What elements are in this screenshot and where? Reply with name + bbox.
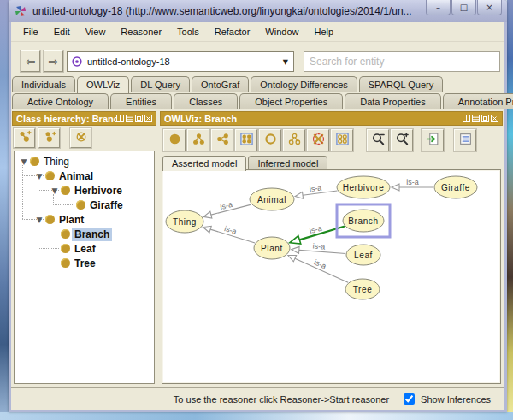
client-area: FileEditViewReasonerToolsRefactorWindowH…	[11, 22, 504, 410]
tab-object-properties[interactable]: Object Properties	[239, 93, 343, 109]
tree-label: Plant	[56, 213, 86, 227]
class-hierarchy-toolbar	[14, 128, 91, 149]
close-button[interactable]: ×	[477, 0, 502, 15]
options-button[interactable]	[454, 129, 476, 151]
maximize-button[interactable]: □	[451, 0, 476, 15]
ontology-icon	[71, 56, 83, 68]
hide-class-node-button[interactable]	[259, 129, 281, 151]
tree-row-thing[interactable]: ▼Thing	[15, 154, 154, 169]
tree-row-plant[interactable]: ▼Plant	[15, 212, 154, 227]
tab-classes[interactable]: Classes	[174, 93, 238, 109]
desktop: untitled-ontology-18 (http://www.semanti…	[0, 0, 513, 420]
tree-row-herbivore[interactable]: ▼Herbivore	[15, 183, 154, 198]
tab-asserted-model[interactable]: Asserted model	[162, 156, 246, 171]
tab-individuals[interactable]: Individuals	[12, 76, 75, 92]
tree-row-giraffe[interactable]: Giraffe	[15, 198, 154, 212]
tab-active-ontology[interactable]: Active Ontology	[12, 93, 109, 109]
float-icon[interactable]	[135, 115, 143, 122]
graph-node-animal[interactable]: Animal	[250, 188, 294, 210]
class-hierarchy-panel: Class hierarchy: Branch ▼Thing▼Animal▼He…	[12, 111, 156, 386]
menu-item-help[interactable]: Help	[306, 24, 341, 39]
add-subclass-icon	[18, 130, 32, 146]
menu-item-reasoner[interactable]: Reasoner	[113, 24, 169, 39]
menu-item-tools[interactable]: Tools	[169, 24, 207, 39]
show-subclasses-button[interactable]	[187, 129, 209, 151]
close-icon[interactable]	[491, 115, 498, 122]
tree-row-leaf[interactable]: Leaf	[15, 241, 154, 256]
tree-connector	[38, 234, 59, 234]
graph-edge-giraffe-herbivore: is-a	[392, 178, 433, 191]
minimize-button[interactable]: –	[426, 0, 451, 15]
tab-inferred-model[interactable]: Inferred model	[248, 156, 327, 170]
add-subclass-button[interactable]	[14, 128, 35, 148]
graph-node-thing[interactable]: Thing	[166, 210, 203, 233]
arrow-left-icon: ⇦	[26, 55, 36, 68]
export-graph-button[interactable]	[422, 129, 444, 151]
tab-dl-query[interactable]: DL Query	[131, 76, 190, 92]
split-vertically-icon[interactable]	[463, 115, 470, 122]
tree-connector	[38, 223, 38, 263]
class-node-button[interactable]	[163, 129, 186, 151]
is-a-arrowhead	[288, 256, 297, 262]
close-icon[interactable]	[144, 115, 152, 122]
tab-ontology-differences[interactable]: Ontology Differences	[251, 76, 357, 92]
tree-row-animal[interactable]: ▼Animal	[15, 169, 154, 183]
chevron-down-icon: ▼	[278, 58, 293, 66]
graph-node-giraffe[interactable]: Giraffe	[434, 176, 477, 198]
horizontal-split-icon[interactable]	[126, 115, 133, 122]
menu-item-refactor[interactable]: Refactor	[207, 24, 258, 39]
collapse-triangle-icon[interactable]: ▼	[33, 172, 45, 180]
menu-item-window[interactable]: Window	[257, 24, 306, 39]
tree-row-branch[interactable]: Branch	[15, 227, 154, 241]
workspace-tabs-row2: Active OntologyEntitiesClassesObject Pro…	[12, 92, 504, 109]
zoom-out-button[interactable]	[367, 129, 389, 151]
titlebar: untitled-ontology-18 (http://www.semanti…	[9, 0, 507, 22]
horizontal-split-icon[interactable]	[472, 115, 480, 122]
status-bar: To use the reasoner click Reasoner->Star…	[11, 387, 504, 410]
menu-item-file[interactable]: File	[15, 24, 46, 39]
is-a-arrowhead	[290, 236, 301, 245]
graph-node-branch[interactable]: Branch	[337, 204, 390, 237]
hide-all-classes-button[interactable]	[331, 129, 353, 151]
tree-label: Tree	[72, 257, 98, 270]
tab-annotation-properties[interactable]: Annotation Properties	[443, 93, 513, 109]
zoom-in-button[interactable]	[391, 129, 413, 151]
graph-node-leaf[interactable]: Leaf	[346, 245, 380, 265]
search-input[interactable]	[304, 51, 500, 72]
tab-ontograf[interactable]: OntoGraf	[192, 76, 249, 92]
hide-class-button[interactable]	[307, 129, 329, 151]
show-all-classes-button[interactable]	[235, 129, 257, 151]
graph-node-tree[interactable]: Tree	[345, 279, 380, 299]
back-button[interactable]: ⇦	[21, 50, 40, 72]
tab-data-properties[interactable]: Data Properties	[345, 93, 440, 109]
menu-item-edit[interactable]: Edit	[46, 24, 78, 39]
hide-subclasses-button[interactable]	[283, 129, 305, 151]
is-a-arrowhead	[203, 226, 211, 233]
graph-canvas[interactable]: is-ais-ais-ais-ais-ais-ais-aThingAnimalH…	[162, 169, 501, 384]
graph-edge-plant-thing: is-a	[203, 224, 255, 243]
options-icon	[458, 132, 473, 149]
graph-node-herbivore[interactable]: Herbivore	[337, 176, 390, 198]
forward-button[interactable]: ⇨	[44, 50, 63, 72]
class-node-icon	[168, 132, 182, 149]
is-a-arrowhead	[203, 211, 212, 218]
tab-sparql-query[interactable]: SPARQL Query	[359, 76, 443, 92]
ontology-selector[interactable]: untitled-ontology-18 ▼	[67, 51, 294, 72]
node-label: Herbivore	[343, 183, 385, 192]
add-sibling-class-button[interactable]	[38, 128, 60, 148]
tree-row-tree[interactable]: Tree	[15, 256, 154, 270]
collapse-triangle-icon[interactable]: ▼	[33, 216, 45, 224]
float-icon[interactable]	[481, 115, 489, 122]
graph-node-plant[interactable]: Plant	[254, 237, 290, 259]
node-label: Tree	[353, 285, 373, 294]
delete-class-button[interactable]	[70, 128, 91, 148]
split-vertically-icon[interactable]	[116, 115, 124, 122]
collapse-triangle-icon[interactable]: ▼	[18, 157, 30, 166]
collapse-triangle-icon[interactable]: ▼	[49, 186, 61, 195]
menu-item-view[interactable]: View	[78, 24, 114, 39]
show-superclasses-button[interactable]	[211, 129, 233, 151]
panel-header-controls	[116, 115, 152, 122]
show-inferences-checkbox[interactable]	[404, 393, 415, 405]
tab-entities[interactable]: Entities	[110, 93, 172, 109]
tab-owlviz[interactable]: OWLViz	[77, 76, 129, 93]
